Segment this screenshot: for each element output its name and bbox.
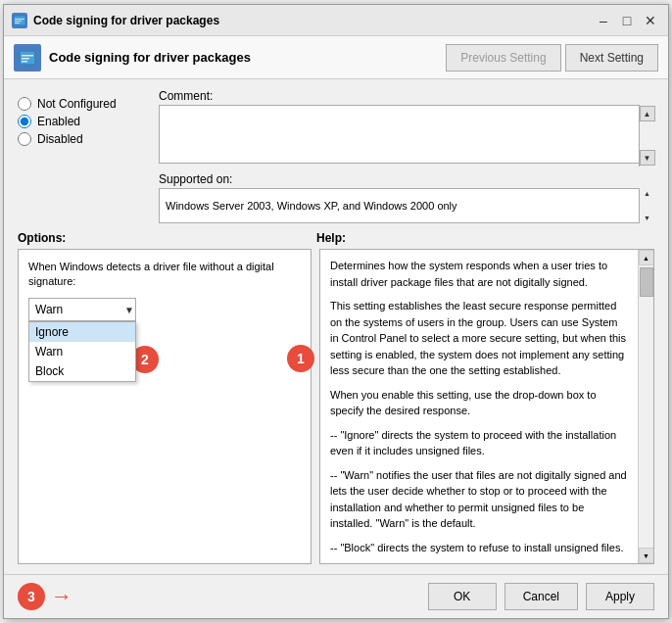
next-setting-button[interactable]: Next Setting bbox=[565, 44, 658, 72]
section-labels: Options: Help: bbox=[18, 231, 654, 245]
supported-wrapper: Windows Server 2003, Windows XP, and Win… bbox=[159, 188, 654, 223]
help-text: Determines how the system responds when … bbox=[320, 250, 638, 563]
title-controls: – □ ✕ bbox=[594, 11, 660, 30]
window-title: Code signing for driver packages bbox=[33, 14, 219, 27]
help-para-3: When you enable this setting, use the dr… bbox=[330, 387, 628, 419]
window-icon bbox=[12, 13, 27, 28]
dropdown-item-ignore[interactable]: Ignore bbox=[29, 322, 135, 342]
radio-disabled-label: Disabled bbox=[37, 132, 83, 146]
top-section: Not Configured Enabled Disabled Comment: bbox=[18, 89, 654, 223]
header-icon bbox=[14, 44, 41, 72]
radio-group-container: Not Configured Enabled Disabled bbox=[18, 89, 145, 223]
comment-textarea[interactable] bbox=[159, 105, 654, 164]
supported-scroll-up[interactable]: ▲ bbox=[644, 190, 650, 197]
supported-scroll-down[interactable]: ▼ bbox=[644, 215, 650, 221]
svg-rect-3 bbox=[15, 23, 20, 24]
radio-not-configured-input[interactable] bbox=[18, 97, 31, 111]
maximize-button[interactable]: □ bbox=[617, 11, 637, 30]
cancel-button[interactable]: Cancel bbox=[504, 583, 578, 610]
radio-enabled-label: Enabled bbox=[37, 115, 80, 128]
driver-response-dropdown[interactable]: Warn bbox=[28, 298, 136, 321]
title-bar: Code signing for driver packages – □ ✕ bbox=[4, 5, 668, 36]
dropdown-item-warn[interactable]: Warn bbox=[29, 342, 135, 361]
svg-rect-1 bbox=[15, 19, 24, 20]
nav-buttons: Previous Setting Next Setting bbox=[446, 44, 658, 72]
arrow-right-icon: → bbox=[51, 584, 72, 609]
svg-rect-5 bbox=[22, 55, 33, 57]
dropdown-container: Warn ▼ Ignore Warn Block 1 bbox=[28, 298, 301, 321]
help-para-2: This setting establishes the least secur… bbox=[330, 298, 628, 379]
badge-1: 1 bbox=[287, 345, 314, 372]
help-scroll-up[interactable]: ▲ bbox=[639, 250, 654, 265]
header-left: Code signing for driver packages bbox=[14, 44, 251, 72]
help-scroll-down[interactable]: ▼ bbox=[639, 548, 654, 563]
radio-enabled-input[interactable] bbox=[18, 115, 31, 128]
radio-not-configured-label: Not Configured bbox=[37, 97, 117, 111]
svg-rect-7 bbox=[22, 61, 27, 63]
supported-label: Supported on: bbox=[159, 172, 654, 186]
help-para-6: -- "Block" directs the system to refuse … bbox=[330, 540, 628, 556]
badge-3: 3 bbox=[18, 583, 45, 610]
help-para-5: -- "Warn" notifies the user that files a… bbox=[330, 467, 628, 532]
radio-disabled-input[interactable] bbox=[18, 132, 31, 146]
help-scroll-container: Determines how the system responds when … bbox=[319, 249, 654, 564]
main-section: When Windows detects a driver file witho… bbox=[18, 249, 654, 564]
dropdown-wrapper: Warn ▼ bbox=[28, 298, 136, 321]
comment-scroll-up[interactable]: ▲ bbox=[640, 106, 655, 121]
options-panel: When Windows detects a driver file witho… bbox=[18, 249, 312, 564]
supported-field: Supported on: Windows Server 2003, Windo… bbox=[159, 172, 654, 223]
minimize-button[interactable]: – bbox=[594, 11, 613, 30]
comment-textarea-wrapper: ▲ ▼ bbox=[159, 105, 654, 167]
svg-rect-2 bbox=[15, 21, 22, 22]
dropdown-menu[interactable]: Ignore Warn Block bbox=[28, 321, 136, 382]
header-bar: Code signing for driver packages Previou… bbox=[4, 36, 668, 79]
ok-button[interactable]: OK bbox=[428, 583, 497, 610]
radio-group: Not Configured Enabled Disabled bbox=[18, 97, 145, 146]
title-bar-left: Code signing for driver packages bbox=[12, 13, 219, 28]
help-section-label: Help: bbox=[316, 231, 654, 245]
content-area: Not Configured Enabled Disabled Comment: bbox=[4, 79, 668, 574]
prev-setting-button[interactable]: Previous Setting bbox=[446, 44, 560, 72]
help-scrollbar-thumb bbox=[640, 267, 653, 297]
comment-label: Comment: bbox=[159, 89, 654, 103]
radio-disabled[interactable]: Disabled bbox=[18, 132, 145, 146]
radio-not-configured[interactable]: Not Configured bbox=[18, 97, 145, 111]
comment-scroll-down[interactable]: ▼ bbox=[640, 150, 655, 166]
top-right: Comment: ▲ ▼ Supported on: Windows Serve… bbox=[159, 89, 654, 223]
comment-scrollbar: ▲ ▼ bbox=[639, 105, 654, 167]
supported-value: Windows Server 2003, Windows XP, and Win… bbox=[159, 188, 654, 223]
main-window: Code signing for driver packages – □ ✕ C… bbox=[3, 4, 669, 619]
options-section-label: Options: bbox=[18, 231, 316, 245]
radio-enabled[interactable]: Enabled bbox=[18, 115, 145, 128]
header-title: Code signing for driver packages bbox=[49, 50, 251, 65]
bottom-bar: 3 → OK Cancel Apply bbox=[4, 574, 668, 618]
badge-3-container: 3 → bbox=[18, 583, 72, 610]
help-para-1: Determines how the system responds when … bbox=[330, 258, 628, 290]
svg-rect-6 bbox=[22, 58, 29, 60]
supported-scrollbar: ▲ ▼ bbox=[639, 188, 654, 223]
close-button[interactable]: ✕ bbox=[641, 11, 660, 30]
options-description: When Windows detects a driver file witho… bbox=[28, 260, 301, 290]
help-scrollbar: ▲ ▼ bbox=[638, 250, 653, 563]
apply-button[interactable]: Apply bbox=[586, 583, 654, 610]
comment-field: Comment: ▲ ▼ bbox=[159, 89, 654, 167]
help-para-4: -- "Ignore" directs the system to procee… bbox=[330, 427, 628, 459]
dropdown-item-block[interactable]: Block bbox=[29, 361, 135, 381]
